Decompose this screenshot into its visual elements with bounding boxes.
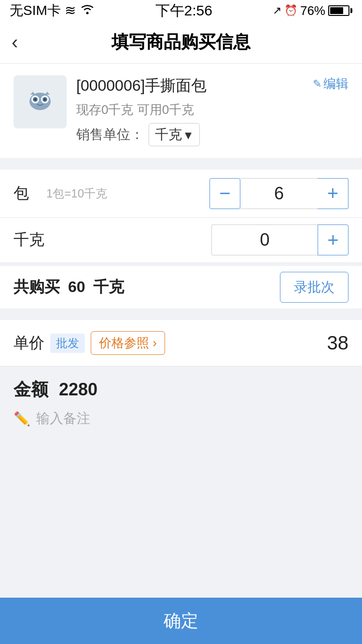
- battery-percent: 76%: [300, 3, 325, 18]
- alarm-icon: ⏰: [284, 4, 297, 17]
- product-name: [0000006]手撕面包: [76, 75, 348, 97]
- unit-price-label: 单价: [14, 333, 44, 354]
- price-reference-button[interactable]: 价格参照 ›: [91, 331, 165, 355]
- page-title: 填写商品购买信息: [111, 30, 251, 54]
- product-thumbnail: [14, 75, 67, 128]
- battery-icon: [328, 5, 352, 16]
- kg-increment-button[interactable]: +: [318, 224, 348, 255]
- confirm-bar[interactable]: 确定: [0, 598, 362, 644]
- product-logo: [26, 88, 55, 116]
- kg-row: 千克 +: [0, 218, 362, 266]
- unit-label: 销售单位：: [76, 126, 144, 144]
- amount-row: 金额 2280: [14, 378, 348, 402]
- total-row: 共购买 60 千克 录批次: [0, 266, 362, 312]
- status-time: 下午2:56: [155, 1, 212, 21]
- svg-point-6: [34, 98, 37, 100]
- amount-value: 2280: [59, 379, 97, 399]
- package-decrement-button[interactable]: −: [209, 178, 240, 209]
- chevron-down-icon: ▾: [185, 127, 192, 143]
- remark-label: 输入备注: [36, 409, 90, 428]
- svg-point-0: [86, 12, 88, 14]
- package-row: 包 1包=10千克 − +: [0, 169, 362, 218]
- price-row: 单价 批发 价格参照 › 38: [0, 320, 362, 366]
- kg-quantity-control: +: [211, 224, 348, 255]
- separator-2: [0, 312, 362, 320]
- package-increment-button[interactable]: +: [318, 178, 348, 209]
- wifi-icon: [80, 3, 95, 18]
- price-type-badge: 批发: [50, 334, 85, 353]
- status-left: 无SIM卡 ≋: [10, 1, 95, 20]
- product-unit-row: 销售单位： 千克 ▾: [76, 123, 348, 146]
- status-right: ↗ ⏰ 76%: [273, 3, 352, 18]
- edit-icon: ✎: [313, 78, 321, 90]
- amount-section: 金额 2280 ✏️ 输入备注: [0, 366, 362, 435]
- pencil-icon: ✏️: [14, 411, 30, 427]
- back-button[interactable]: ‹: [12, 31, 18, 53]
- svg-point-7: [44, 98, 46, 100]
- batch-button[interactable]: 录批次: [280, 272, 348, 303]
- package-label: 包: [14, 183, 42, 204]
- location-icon: ↗: [273, 4, 281, 17]
- product-stock: 现存0千克 可用0千克: [76, 101, 348, 118]
- unit-selector[interactable]: 千克 ▾: [149, 123, 200, 146]
- total-quantity: 60: [68, 278, 85, 295]
- separator-1: [0, 162, 362, 169]
- total-text: 共购买 60 千克: [14, 277, 280, 298]
- price-value: 38: [327, 332, 349, 354]
- package-quantity-input[interactable]: [240, 178, 318, 209]
- kg-label: 千克: [14, 229, 211, 251]
- carrier-label: 无SIM卡 ≋: [10, 1, 76, 20]
- edit-button[interactable]: ✎ 编辑: [313, 75, 348, 92]
- status-bar: 无SIM卡 ≋ 下午2:56 ↗ ⏰ 76%: [0, 0, 362, 21]
- package-hint: 1包=10千克: [46, 186, 209, 201]
- remark-row[interactable]: ✏️ 输入备注: [14, 409, 348, 428]
- product-info: [0000006]手撕面包 现存0千克 可用0千克 销售单位： 千克 ▾: [76, 75, 348, 146]
- package-quantity-control: − +: [209, 178, 348, 209]
- product-card: [0000006]手撕面包 现存0千克 可用0千克 销售单位： 千克 ▾ ✎ 编…: [0, 64, 362, 162]
- kg-quantity-input[interactable]: [211, 224, 318, 255]
- nav-bar: ‹ 填写商品购买信息: [0, 21, 362, 64]
- unit-value: 千克: [155, 126, 182, 144]
- confirm-label: 确定: [164, 609, 198, 633]
